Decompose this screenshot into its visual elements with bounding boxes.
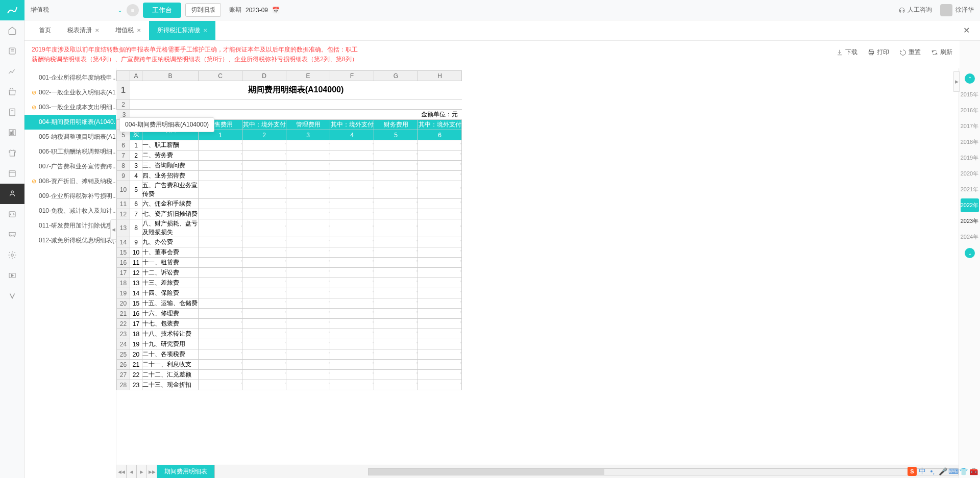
expand-handle[interactable]: ▶: [953, 71, 960, 92]
ime-mic-icon[interactable]: 🎤: [938, 467, 947, 475]
nav-home-icon[interactable]: [0, 20, 24, 41]
nav-bag-icon[interactable]: [0, 82, 24, 102]
download-button[interactable]: 下载: [836, 48, 857, 57]
form-item[interactable]: 007-广告费和业务宣传费跨...: [24, 159, 116, 174]
app-logo[interactable]: [0, 0, 24, 20]
workspace-button[interactable]: 工作台: [143, 3, 181, 18]
ime-punct-icon[interactable]: •,: [928, 467, 937, 475]
nav-doc-icon[interactable]: [0, 102, 24, 122]
year-2019年[interactable]: 2019年: [961, 151, 979, 165]
nav-transfer-icon[interactable]: [0, 204, 24, 224]
nav-tshirt-icon[interactable]: [0, 143, 24, 163]
top-bar: 增值税 ⌄ ≡ 工作台 切到旧版 账期 2023-09 📅 人工咨询 徐泽华: [24, 0, 980, 20]
form-item[interactable]: ⊘003-一般企业成本支出明细...: [24, 100, 116, 115]
year-2022年[interactable]: 2022年: [961, 198, 979, 212]
close-icon[interactable]: ✕: [137, 28, 141, 33]
calendar-icon[interactable]: 📅: [272, 7, 280, 14]
tab-税表清册[interactable]: 税表清册✕: [59, 21, 107, 40]
year-2017年[interactable]: 2017年: [961, 119, 979, 133]
year-2016年[interactable]: 2016年: [961, 104, 979, 117]
nav-book-icon[interactable]: [0, 41, 24, 61]
collapse-handle[interactable]: ◀: [110, 219, 116, 240]
period-label: 账期: [229, 6, 241, 14]
warn-icon: ⊘: [31, 105, 37, 111]
ime-badge[interactable]: S: [908, 467, 917, 476]
chevron-down-icon: ⌄: [117, 7, 122, 14]
form-item[interactable]: 006-职工薪酬纳税调整明细...: [24, 144, 116, 159]
svg-rect-8: [9, 171, 15, 177]
sheet-nav-prev[interactable]: ◀: [127, 465, 137, 479]
year-2024年[interactable]: 2024年: [961, 230, 979, 244]
warn-icon: ⊘: [31, 179, 37, 185]
nav-inbox-icon[interactable]: [0, 224, 24, 245]
year-2020年[interactable]: 2020年: [961, 167, 979, 181]
form-item[interactable]: ⊘008-资产折旧、摊销及纳税...: [24, 174, 116, 189]
form-item[interactable]: ⊘002-一般企业收入明细表(A1...: [24, 85, 116, 100]
svg-rect-13: [870, 49, 873, 51]
left-sidebar: [0, 0, 24, 478]
sheet-tab[interactable]: 期间费用明细表: [157, 465, 215, 478]
year-2015年[interactable]: 2015年: [961, 88, 979, 102]
ime-skin-icon[interactable]: 👕: [959, 467, 968, 475]
year-2023年[interactable]: 2023年: [961, 214, 979, 228]
reset-button[interactable]: 重置: [899, 48, 921, 57]
ime-toolbar: S 中 •, 🎤 ⌨ 👕 🧰: [908, 467, 978, 476]
svg-point-11: [11, 254, 13, 257]
form-item[interactable]: 001-企业所得税年度纳税申...: [24, 70, 116, 85]
nav-calendar-icon[interactable]: [0, 163, 24, 184]
nav-video-icon[interactable]: [0, 265, 24, 286]
sheet-nav-next[interactable]: ▶: [137, 465, 147, 479]
svg-rect-6: [10, 132, 11, 135]
form-item[interactable]: 009-企业所得税弥补亏损明...: [24, 189, 116, 204]
horizontal-scrollbar[interactable]: [368, 468, 959, 475]
consult-link[interactable]: 人工咨询: [898, 6, 932, 14]
svg-rect-3: [9, 109, 15, 116]
year-2021年[interactable]: 2021年: [961, 183, 979, 196]
tab-增值税[interactable]: 增值税✕: [107, 21, 149, 40]
tab-首页[interactable]: 首页: [31, 21, 59, 40]
sheet-nav-last[interactable]: ▶▶: [147, 465, 157, 479]
ime-lang[interactable]: 中: [918, 467, 927, 476]
nav-active-icon[interactable]: [0, 184, 24, 204]
company-dropdown[interactable]: 增值税 ⌄: [31, 6, 122, 14]
user-menu[interactable]: 徐泽华: [940, 4, 974, 16]
switch-old-button[interactable]: 切到旧版: [185, 3, 221, 17]
sheet-tab-bar: ◀◀ ◀ ▶ ▶▶ 期间费用明细表: [116, 465, 959, 478]
nav-chart-icon[interactable]: [0, 61, 24, 82]
print-button[interactable]: 打印: [868, 48, 889, 57]
circle-button[interactable]: ≡: [127, 4, 139, 16]
year-2018年[interactable]: 2018年: [961, 135, 979, 149]
rail-down-icon[interactable]: ⌄: [965, 248, 975, 258]
close-all-tabs[interactable]: ✕: [959, 23, 974, 37]
close-icon[interactable]: ✕: [95, 28, 99, 33]
warn-icon: ⊘: [31, 90, 37, 96]
tab-所得税汇算清缴[interactable]: 所得税汇算清缴✕: [149, 21, 215, 40]
spreadsheet[interactable]: ABCDEFGH1期间费用明细表(A104000)23金额单位：元4行次项目销售…: [116, 70, 959, 465]
warning-message: 2019年度涉及取以前年度结转数据的申报表单元格需要手工维护正确，才能保证本年及…: [32, 45, 358, 64]
nav-settings-icon[interactable]: [0, 245, 24, 265]
avatar-icon: [940, 4, 952, 16]
form-item[interactable]: 004-期间费用明细表(A1040...: [24, 115, 116, 130]
refresh-button[interactable]: 刷新: [931, 48, 952, 57]
form-item[interactable]: 005-纳税调整项目明细表(A1...: [24, 130, 116, 144]
rail-up-icon[interactable]: ⌃: [965, 73, 975, 84]
sheet-nav-first[interactable]: ◀◀: [116, 465, 127, 479]
period-value[interactable]: 2023-09: [246, 7, 268, 14]
form-item[interactable]: 012-减免所得税优惠明细表(...: [24, 233, 116, 248]
close-icon[interactable]: ✕: [203, 28, 207, 33]
form-list-panel: 001-企业所得税年度纳税申...⊘002-一般企业收入明细表(A1...⊘00…: [24, 41, 116, 478]
document-tabs: 首页税表清册✕增值税✕所得税汇算清缴✕✕: [24, 20, 980, 41]
form-item-tooltip: 004-期间费用明细表(A104000): [119, 117, 214, 132]
nav-v-icon[interactable]: [0, 286, 24, 306]
form-item[interactable]: 010-免税、减计收入及加计...: [24, 204, 116, 218]
ime-toolbox-icon[interactable]: 🧰: [969, 467, 978, 475]
ime-keyboard-icon[interactable]: ⌨: [948, 467, 958, 475]
year-rail: ⌃ 2015年2016年2017年2018年2019年2020年2021年202…: [959, 41, 980, 478]
form-item[interactable]: 011-研发费用加计扣除优惠...: [24, 218, 116, 233]
nav-report-icon[interactable]: [0, 122, 24, 143]
svg-rect-15: [870, 53, 873, 55]
svg-rect-7: [12, 131, 13, 135]
